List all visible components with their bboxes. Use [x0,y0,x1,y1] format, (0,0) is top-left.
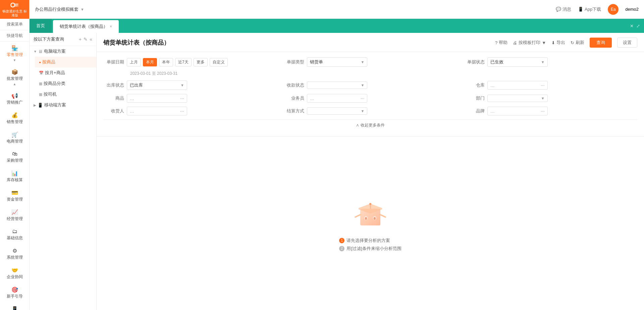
sidebar-item-inventory[interactable]: 📊 库存核算 [0,167,29,186]
tree-leaf-category[interactable]: ▦ 按商品分类 [35,78,96,89]
goods-dots-icon[interactable]: ··· [180,96,184,101]
svg-point-5 [365,217,367,220]
warehouse-select[interactable]: … ··· [487,81,548,90]
print-label: 按模板打印 [519,40,540,46]
recipient-dots-icon[interactable]: ··· [180,108,184,114]
sidebar-item-sales[interactable]: 💰 销售管理 [0,109,29,128]
tree-desktop-arrow: ▼ [34,50,37,53]
edit-scheme-icon[interactable]: ✎ [84,37,88,42]
sidebar-item-apps[interactable]: 📱 应用中心 [0,303,29,310]
filter-warehouse: 仓库 … ··· [464,81,637,90]
goods-select[interactable]: … ··· [127,94,187,103]
tab-active[interactable]: 销货单统计表（按商品） × [53,20,119,33]
recipient-placeholder: … [130,109,134,114]
btn-more[interactable]: 更多 [194,58,208,66]
message-btn[interactable]: 💬 消息 [556,6,571,12]
tab-close-icon[interactable]: × [110,24,112,29]
recipient-select[interactable]: … ··· [127,107,187,115]
filter-out-status: 出库状态 已出库 ▼ [103,81,277,90]
system-icon: ⚙ [12,248,17,254]
tree-leaf-month-goods[interactable]: 📅 按月+商品 [35,67,96,78]
settlement-select[interactable]: ▼ [307,107,367,115]
brand-control: … ··· [487,107,637,115]
brand-select[interactable]: … ··· [487,107,548,115]
date-range-row: 2023-03-01 至 2023-03-31 [130,71,637,76]
query-button[interactable]: 查询 [590,38,612,48]
search-menu[interactable]: 搜索菜单 [0,19,29,30]
tab-home[interactable]: 首页 [30,19,52,33]
tab-spacer [119,19,626,33]
doc-status-select[interactable]: 已生效 ▼ [487,57,548,67]
avatar[interactable]: Ea [608,4,619,15]
department-arrow-icon: ▼ [541,96,545,100]
salesperson-label: 业务员 [283,95,307,101]
tree-mobile-header[interactable]: ▶ 📱 移动端方案 [30,100,96,110]
wholesale-icon: 📦 [11,69,18,75]
pay-status-select[interactable]: ▼ [307,82,367,89]
btn-custom[interactable]: 自定义 [210,58,228,66]
refresh-btn[interactable]: ↻ 刷新 [571,40,584,46]
sidebar-item-ecommerce[interactable]: 🛒 电商管理 [0,128,29,148]
doc-status-value: 已生效 [490,59,503,65]
sidebar-item-system[interactable]: ⚙ 系统管理 [0,244,29,264]
empty-tip-1: 1 请先选择要分析的方案 [339,238,401,244]
retail-icon: 🏪 [11,45,18,51]
help-btn[interactable]: ? 帮助 [495,40,507,46]
sidebar-item-marketing[interactable]: 📢 营销推广 [0,89,29,109]
app-download-btn[interactable]: 📱 App下载 [578,6,601,12]
tree-leaf-driver[interactable]: ▦ 按司机 [35,89,96,100]
tip-num-1: 1 [339,238,344,243]
collapse-bar[interactable]: ∧ 收起更多条件 [103,119,637,131]
driver-icon: ▦ [39,92,42,97]
sidebar-item-retail[interactable]: 🏪 零售管理 ▼ [0,42,29,65]
page-actions: ? 帮助 🖨 按模板打印 ▼ ⬇ 导出 ↻ [495,38,637,48]
sidebar-item-wholesale[interactable]: 📦 批发管理 ▲ [0,65,29,89]
collapse-panel-icon[interactable]: « [90,37,92,42]
export-btn[interactable]: ⬇ 导出 [551,40,565,46]
filter-doc-type: 单据类型 销货单 ▼ [283,57,457,67]
print-arrow-icon: ▼ [542,40,546,45]
date-label: 单据日期 [103,59,127,65]
sidebar-item-purchase[interactable]: 🛍 采购管理 [0,148,29,167]
doc-type-select[interactable]: 销货单 ▼ [307,57,367,67]
doc-status-control: 已生效 ▼ [487,57,637,67]
btn-this-year[interactable]: 本年 [159,58,173,66]
goods-placeholder: … [130,96,134,101]
out-status-value: 已出库 [130,82,143,88]
page-content: 按以下方案查询 + ✎ « ▼ 🖥 电脑端方案 ● 按商品 [30,33,644,310]
warehouse-dots-icon[interactable]: ··· [541,83,545,88]
sidebar-item-operations[interactable]: 📈 经营管理 [0,206,29,225]
tab-maximize-btn[interactable]: ⤢ [636,23,640,29]
brand-placeholder: … [490,109,495,114]
add-scheme-icon[interactable]: + [79,37,82,42]
out-status-select[interactable]: 已出库 ▼ [127,81,187,90]
btn-this-month[interactable]: 本月 [143,58,157,66]
sidebar-item-finance[interactable]: 💳 资金管理 [0,186,29,206]
btn-last-month[interactable]: 上月 [127,58,141,66]
pay-status-arrow-icon: ▼ [361,83,364,87]
header-right: 💬 消息 📱 App下载 Ea demo2 [556,4,639,15]
tree-leaf-goods[interactable]: ● 按商品 [35,57,96,67]
pay-status-label: 收款状态 [283,82,307,88]
print-btn[interactable]: 🖨 按模板打印 ▼ [513,40,546,46]
department-select[interactable]: ▼ [487,95,548,102]
apps-icon: 📱 [11,306,18,310]
avatar-initials: Ea [611,7,616,12]
left-panel: 按以下方案查询 + ✎ « ▼ 🖥 电脑端方案 ● 按商品 [30,33,97,310]
salesperson-select[interactable]: … ··· [307,94,367,103]
brand-dots-icon[interactable]: ··· [541,108,545,114]
industry-dropdown-icon[interactable]: ▼ [80,7,84,11]
tree-desktop-header[interactable]: ▼ 🖥 电脑端方案 [30,46,96,57]
sidebar-item-guide[interactable]: 🎯 新手引导 [0,283,29,303]
empty-icon [352,195,389,232]
empty-illustration [352,195,389,232]
sidebar-item-base[interactable]: 🗂 基础信息 [0,225,29,244]
settings-button[interactable]: 设置 [617,38,637,48]
salesperson-dots-icon[interactable]: ··· [361,96,365,101]
page-title: 销货单统计表（按商品） [103,39,170,47]
btn-last7[interactable]: 近7天 [175,58,192,66]
tab-close-btn[interactable]: ✕ [630,23,634,29]
sidebar-item-corp[interactable]: 🤝 企业协同 [0,264,29,283]
quick-nav[interactable]: 快捷导航 [0,30,29,42]
tree-mobile-folder-icon: 📱 [38,103,43,108]
